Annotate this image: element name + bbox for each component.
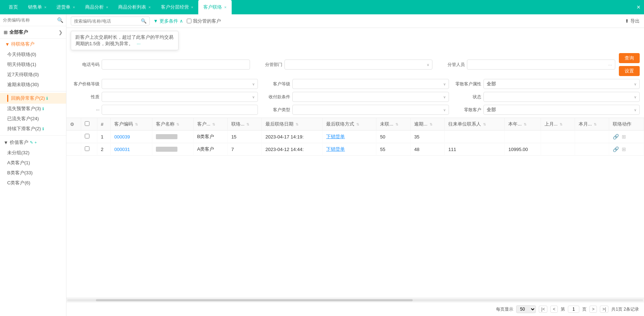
this-year-column[interactable]: 本年... ⇅ xyxy=(505,118,541,131)
sidebar-item-abnormal[interactable]: 回购异常客户(2) ℹ xyxy=(0,93,66,104)
filter-bar: 🔍 ▼ 更多条件 ∧ 我分管的客户 ⬆ 导出 xyxy=(66,14,644,28)
row2-grid-icon[interactable]: ⊞ xyxy=(622,146,626,152)
next-page-btn[interactable]: > xyxy=(589,306,597,313)
first-page-btn[interactable]: |< xyxy=(539,306,547,313)
row1-code[interactable]: 000039 xyxy=(111,131,152,143)
filter-payment: 收付款条件 ∨ xyxy=(261,92,449,102)
person-select[interactable]: ··· xyxy=(467,60,615,70)
dots-select[interactable] xyxy=(102,105,258,115)
edit-icon[interactable]: ✎ xyxy=(30,140,33,145)
status-select[interactable]: ∨ xyxy=(483,92,640,102)
nav-product-analysis-close[interactable]: × xyxy=(106,5,108,9)
sidebar-item-7days[interactable]: 近7天待联络(0) xyxy=(0,70,66,80)
dots-icon: ··· xyxy=(608,62,612,67)
retail-attr-select[interactable]: 全部 ∨ xyxy=(483,79,640,89)
search-input[interactable] xyxy=(74,19,139,24)
add-icon[interactable]: + xyxy=(34,140,37,145)
settings-button[interactable]: 设置 xyxy=(619,66,640,76)
row1-level: B类客户 xyxy=(193,131,227,143)
nature-select[interactable]: ∨ xyxy=(102,92,258,102)
price-level-select[interactable]: ∨ xyxy=(102,79,258,89)
sidebar-item-declining[interactable]: 持续下滑客户(2) ℹ xyxy=(0,124,66,134)
horizontal-scrollbar[interactable] xyxy=(66,298,644,302)
nav-product-list-close[interactable]: × xyxy=(148,5,150,9)
this-month-column[interactable]: 本月... ⇅ xyxy=(575,118,609,131)
sidebar-item-tomorrow[interactable]: 明天待联络(1) xyxy=(0,60,66,70)
sidebar-search-input[interactable] xyxy=(3,18,57,23)
query-button[interactable]: 查询 xyxy=(619,53,640,63)
row1-overdue: 35 xyxy=(411,131,445,143)
filter-price-level: 客户价格等级 ∨ xyxy=(71,79,258,89)
name-column[interactable]: 客户名称 ⇅ xyxy=(152,118,193,131)
settings-column[interactable]: ⚙ xyxy=(66,118,81,131)
last-page-btn[interactable]: >| xyxy=(600,306,608,313)
row2-code[interactable]: 000031 xyxy=(111,143,152,156)
export-button[interactable]: ⬆ 导出 xyxy=(625,18,640,24)
filter-dept: 分管部门 ∨ xyxy=(254,60,433,70)
filter-dots: ··· xyxy=(71,105,258,115)
top-nav: 首页 销售单 × 进货单 × 商品分析 × 商品分析列表 × 客户分层经营 × … xyxy=(0,0,644,14)
page-input[interactable] xyxy=(568,306,579,313)
sidebar-search-icon[interactable]: 🔍 xyxy=(57,17,63,23)
nav-customer-contact-close[interactable]: × xyxy=(224,5,226,9)
prev-page-btn[interactable]: < xyxy=(550,306,558,313)
nav-sales-close[interactable]: × xyxy=(44,5,46,9)
overdue-column[interactable]: 逾期... ⇅ xyxy=(411,118,445,131)
code-column[interactable]: 客户编码 ⇅ xyxy=(111,118,152,131)
row2-check[interactable] xyxy=(85,146,89,151)
uncontacted-column[interactable]: 未联... ⇅ xyxy=(376,118,411,131)
nav-customer-segment[interactable]: 客户分层经营 × xyxy=(156,0,198,14)
sidebar-item-overdue[interactable]: 逾期未联络(30) xyxy=(0,80,66,90)
last-contact-date-column[interactable]: 最后联络日期 ⇅ xyxy=(261,118,322,131)
sidebar-item-churn-warning[interactable]: 流失预警客户(3) ℹ xyxy=(0,104,66,114)
more-conditions-btn[interactable]: ▼ 更多条件 ∧ xyxy=(153,18,183,24)
row1-link-icon[interactable]: 🔗 xyxy=(613,134,619,140)
row1-name xyxy=(152,131,193,143)
num-column: # xyxy=(97,118,111,131)
sidebar-item-classA[interactable]: A类客户(1) xyxy=(0,158,66,168)
sidebar-item-classC[interactable]: C类客户(6) xyxy=(0,178,66,188)
sidebar-value-group-title[interactable]: ▼ 价值客户 ✎ + xyxy=(0,137,66,148)
sidebar-item-today[interactable]: 今天待联络(0) xyxy=(0,49,66,60)
nav-purchase[interactable]: 进货单 × xyxy=(51,0,80,14)
sort-icon8: ⇅ xyxy=(430,122,432,126)
nav-customer-contact[interactable]: 客户联络 × xyxy=(198,0,231,14)
related-person-column[interactable]: 往来单位联系人 ⇅ xyxy=(445,118,505,131)
chevron-down-icon: ∨ xyxy=(427,63,429,67)
dept-select[interactable]: ∨ xyxy=(284,60,433,70)
sidebar-group-pending[interactable]: ▼ 待联络客户 xyxy=(0,39,66,49)
window-close-button[interactable]: × xyxy=(636,4,640,11)
select-all-checkbox[interactable] xyxy=(85,121,89,126)
customer-type-select[interactable]: ∨ xyxy=(292,105,449,115)
nav-purchase-close[interactable]: × xyxy=(73,5,75,9)
nav-product-list[interactable]: 商品分析列表 × xyxy=(113,0,156,14)
row2-this-year: 10995.00 xyxy=(505,143,541,156)
my-customers-check[interactable] xyxy=(187,19,191,23)
last-month-column[interactable]: 上月... ⇅ xyxy=(541,118,575,131)
search-icon[interactable]: 🔍 xyxy=(141,18,147,24)
sidebar-collapse-btn[interactable]: ❯ xyxy=(59,30,62,35)
row1-this-year xyxy=(505,131,541,143)
nav-sales[interactable]: 销售单 × xyxy=(23,0,51,14)
payment-select[interactable]: ∨ xyxy=(292,92,449,102)
level-column[interactable]: 客户... ⇅ xyxy=(193,118,227,131)
tooltip-more-btn[interactable]: ··· xyxy=(136,41,140,46)
pagination: 每页显示 50 100 200 |< < 第 页 > >| 共1页 2条记录 xyxy=(66,302,644,316)
last-contact-way-column[interactable]: 最后联络方式 ⇅ xyxy=(323,118,376,131)
nav-customer-segment-close[interactable]: × xyxy=(191,5,193,9)
sidebar-item-classB[interactable]: B类客户(33) xyxy=(0,168,66,178)
retail-customer-select[interactable]: 全部 ∨ xyxy=(483,105,640,115)
row1-grid-icon[interactable]: ⊞ xyxy=(622,134,626,140)
contact-column[interactable]: 联络... ⇅ xyxy=(227,118,261,131)
row1-check[interactable] xyxy=(85,134,89,138)
per-page-select[interactable]: 50 100 200 xyxy=(516,305,536,313)
customer-level-select[interactable]: ∨ xyxy=(292,79,449,89)
nav-product-analysis[interactable]: 商品分析 × xyxy=(80,0,113,14)
scroll-thumb[interactable] xyxy=(96,299,413,301)
sidebar-item-churned[interactable]: 已流失客户(24) xyxy=(0,114,66,124)
sidebar-item-ungrouped[interactable]: 未分组(32) xyxy=(0,148,66,158)
phone-input[interactable] xyxy=(102,60,250,70)
nav-home[interactable]: 首页 xyxy=(4,0,23,14)
sidebar-all-customers[interactable]: ⊞ 全部客户 ❯ xyxy=(0,26,66,39)
row2-link-icon[interactable]: 🔗 xyxy=(613,146,619,152)
